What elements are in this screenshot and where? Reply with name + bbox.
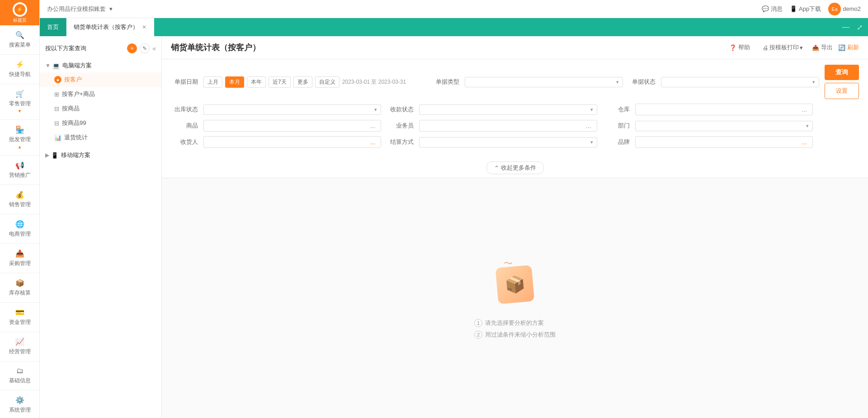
- sidebar-item-system[interactable]: ⚙️ 系统管理: [0, 390, 40, 418]
- brand-select[interactable]: ...: [635, 136, 813, 148]
- tree-mobile-header[interactable]: ▶ 📱 移动端方案: [40, 148, 161, 162]
- tab-bar: 首页 销货单统计表（按客户） ✕ — ⤢: [40, 18, 868, 36]
- action-buttons: 查询 设置: [825, 65, 859, 99]
- sidebar-item-ecom[interactable]: 🌐 电商管理: [0, 214, 40, 244]
- date-btn-this-month[interactable]: 本月: [225, 76, 244, 88]
- edit-icon: ✎: [142, 45, 147, 52]
- tree-desktop-section: ▼ 💻 电脑端方案 ● 按客户 ⊞ 按客户+商品 ⊟ 按商品 ⊟: [40, 57, 161, 147]
- return-stat-icon: 📊: [54, 134, 61, 141]
- settlement-select[interactable]: ▾: [419, 137, 597, 147]
- panel-add-button[interactable]: +: [127, 43, 137, 53]
- mobile-expand-arrow: ▶: [45, 152, 49, 158]
- sidebar-item-base[interactable]: 🗂 基础信息: [0, 361, 40, 390]
- retail-icon: 🛒: [2, 90, 38, 98]
- sidebar-item-inventory[interactable]: 📦 库存核算: [0, 273, 40, 303]
- date-btn-this-year[interactable]: 本年: [247, 76, 266, 88]
- refresh-button[interactable]: 🔄 刷新: [838, 43, 859, 52]
- tab-maximize-button[interactable]: ⤢: [855, 21, 864, 33]
- product-dots-button[interactable]: ...: [368, 122, 377, 129]
- panel-collapse-button[interactable]: «: [152, 45, 156, 52]
- desktop-expand-arrow: ▼: [45, 62, 51, 69]
- logo-area[interactable]: 标题页: [0, 0, 40, 25]
- sidebar-item-purchase[interactable]: 📥 采购管理: [0, 244, 40, 273]
- department-select[interactable]: ▾: [635, 121, 813, 131]
- tree-item-by-customer[interactable]: ● 按客户: [40, 72, 161, 87]
- receiver-dots-button[interactable]: ...: [368, 138, 377, 146]
- date-btn-7days[interactable]: 近7天: [269, 76, 291, 88]
- collapse-conditions-button[interactable]: ⌃ 收起更多条件: [486, 162, 544, 174]
- sidebar-item-retail[interactable]: 🛒 零售管理 ▼: [0, 84, 40, 120]
- collapse-row[interactable]: ⌃ 收起更多条件: [162, 158, 868, 178]
- sidebar-item-retail-label: 零售管理: [2, 100, 38, 108]
- app-download-button[interactable]: 📱 App下载: [790, 5, 821, 13]
- marketing-icon: 📢: [2, 161, 38, 170]
- export-icon: 📤: [812, 44, 819, 51]
- tab-close-icon[interactable]: ✕: [142, 24, 146, 30]
- tab-sales-stat[interactable]: 销货单统计表（按客户） ✕: [66, 18, 154, 36]
- operations-icon: 📈: [2, 337, 38, 346]
- brand-dots-button[interactable]: ...: [800, 138, 809, 146]
- date-btn-last-month[interactable]: 上月: [203, 76, 222, 88]
- product-label: 商品: [171, 122, 198, 130]
- date-btn-more[interactable]: 更多: [293, 76, 312, 88]
- sidebar-item-finance[interactable]: 💳 资金管理: [0, 303, 40, 332]
- order-type-select[interactable]: ▾: [465, 77, 623, 87]
- collapse-up-icon: ⌃: [494, 165, 499, 171]
- help-button[interactable]: ❓ 帮助: [726, 42, 754, 53]
- order-status-select[interactable]: ▾: [661, 77, 819, 87]
- page-tools: ❓ 帮助 🖨 按模板打印 ▾ 📤 导出 🔄: [726, 42, 859, 53]
- print-dropdown-arrow[interactable]: ▾: [800, 44, 803, 51]
- purchase-icon: 📥: [2, 249, 38, 258]
- tree-desktop-header[interactable]: ▼ 💻 电脑端方案: [40, 59, 161, 72]
- sidebar-item-operations[interactable]: 📈 经营管理: [0, 332, 40, 361]
- tab-home[interactable]: 首页: [40, 18, 66, 36]
- panel-title: 按以下方案查询: [45, 44, 86, 52]
- warehouse-dots-button[interactable]: ...: [800, 106, 809, 113]
- header-right: 💬 消息 📱 App下载 Ea demo2: [762, 3, 861, 15]
- payment-status-select[interactable]: ▾: [419, 104, 597, 115]
- empty-illustration: 〜: [488, 257, 542, 312]
- print-button[interactable]: 🖨 按模板打印 ▾: [759, 42, 807, 53]
- sidebar-item-sales[interactable]: 💰 销售管理: [0, 185, 40, 214]
- out-status-select[interactable]: ▾: [203, 104, 381, 115]
- tree-item-by-product-99[interactable]: ⊟ 按商品99: [40, 116, 161, 130]
- sidebar-item-nav-label: 快捷导航: [2, 71, 38, 78]
- setting-button[interactable]: 设置: [825, 83, 859, 99]
- header-dropdown-icon[interactable]: ▾: [109, 5, 113, 12]
- export-button[interactable]: 📤 导出: [812, 43, 833, 52]
- tree-item-by-customer-product[interactable]: ⊞ 按客户+商品: [40, 87, 161, 101]
- date-btn-custom[interactable]: 自定义: [315, 76, 340, 88]
- receiver-select[interactable]: ...: [203, 136, 381, 148]
- empty-hint-2: 2 用过滤条件来缩小分析范围: [474, 331, 556, 339]
- department-label: 部门: [603, 122, 630, 130]
- salesperson-select[interactable]: ...: [419, 120, 597, 132]
- by-customer-product-icon: ⊞: [54, 91, 59, 98]
- page-title-area: 销货单统计表（按客户） ❓ 帮助 🖨 按模板打印 ▾ 📤: [162, 36, 868, 59]
- panel-edit-button[interactable]: ✎: [140, 43, 150, 53]
- tree-item-by-product[interactable]: ⊟ 按商品: [40, 101, 161, 116]
- nav-icon: ⚡: [2, 60, 38, 69]
- wholesale-icon: 🏪: [2, 125, 38, 134]
- main-area: 办公用品行业模拟账套 ▾ 💬 消息 📱 App下载 Ea demo2 首页: [40, 0, 868, 418]
- out-status-label: 出库状态: [171, 105, 198, 114]
- sidebar-item-search[interactable]: 🔍 搜索菜单: [0, 25, 40, 55]
- base-icon: 🗂: [2, 367, 38, 375]
- empty-hint-2-text: 用过滤条件来缩小分析范围: [485, 331, 556, 339]
- user-area[interactable]: Ea demo2: [828, 3, 861, 15]
- sidebar-item-nav[interactable]: ⚡ 快捷导航: [0, 55, 40, 84]
- tab-minimize-button[interactable]: —: [840, 21, 851, 33]
- print-icon: 🖨: [763, 44, 769, 51]
- product-select[interactable]: ...: [203, 120, 381, 132]
- empty-box: [495, 265, 535, 304]
- message-button[interactable]: 💬 消息: [762, 5, 783, 13]
- salesperson-dots-button[interactable]: ...: [584, 122, 593, 129]
- wholesale-arrow: ▲: [18, 144, 22, 149]
- warehouse-select[interactable]: ...: [635, 104, 813, 115]
- sidebar-item-wholesale[interactable]: 🏪 批发管理 ▲: [0, 120, 40, 156]
- query-button[interactable]: 查询: [825, 65, 859, 80]
- sidebar-item-marketing[interactable]: 📢 营销推广: [0, 156, 40, 185]
- avatar-text: Ea: [832, 6, 838, 12]
- sidebar-item-inventory-label: 库存核算: [2, 289, 38, 297]
- empty-hint-1: 1 请先选择要分析的方案: [474, 319, 556, 327]
- tree-item-return-stat[interactable]: 📊 退货统计: [40, 130, 161, 145]
